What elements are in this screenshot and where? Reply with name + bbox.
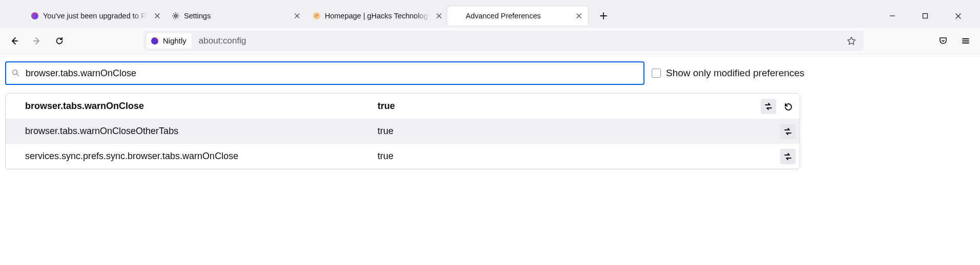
save-to-pocket-icon[interactable] xyxy=(934,32,952,50)
pref-name: browser.tabs.warnOnClose xyxy=(25,101,378,112)
close-window-button[interactable] xyxy=(946,6,970,26)
svg-point-5 xyxy=(13,70,17,74)
minimize-button[interactable] xyxy=(881,6,904,26)
pref-row[interactable]: browser.tabs.warnOnCloseOtherTabs true xyxy=(6,119,800,144)
pref-value: true xyxy=(378,151,780,162)
show-modified-checkbox[interactable]: Show only modified preferences xyxy=(652,68,804,79)
pref-search-input[interactable] xyxy=(26,68,638,79)
about-config-content: Show only modified preferences browser.t… xyxy=(0,54,980,173)
show-modified-label: Show only modified preferences xyxy=(666,68,804,79)
svg-rect-3 xyxy=(923,14,928,18)
blank-icon xyxy=(453,12,462,20)
ghacks-icon xyxy=(312,12,321,20)
close-icon[interactable] xyxy=(434,10,444,22)
close-icon[interactable] xyxy=(152,10,162,22)
pref-value: true xyxy=(378,101,761,112)
close-icon[interactable] xyxy=(573,10,585,22)
tab-1[interactable]: Settings xyxy=(165,6,306,26)
toggle-button[interactable] xyxy=(780,124,796,139)
tab-0[interactable]: You've just been upgraded to Firefox xyxy=(25,6,165,26)
maximize-button[interactable] xyxy=(913,6,937,26)
close-icon[interactable] xyxy=(291,10,303,22)
identity-label: Nightly xyxy=(163,36,186,45)
pref-name: browser.tabs.warnOnCloseOtherTabs xyxy=(25,126,378,137)
search-icon xyxy=(11,69,19,78)
new-tab-button[interactable] xyxy=(594,7,613,25)
pref-search-box[interactable] xyxy=(5,61,644,85)
nav-toolbar: Nightly about:config xyxy=(0,28,980,54)
back-button[interactable] xyxy=(5,32,24,50)
toggle-button[interactable] xyxy=(780,149,796,164)
url-text: about:config xyxy=(192,36,843,46)
bookmark-star-icon[interactable] xyxy=(843,32,860,50)
tab-title: Settings xyxy=(184,12,287,20)
pref-row[interactable]: browser.tabs.warnOnClose true xyxy=(6,94,800,119)
identity-chip[interactable]: Nightly xyxy=(147,33,192,49)
tab-3[interactable]: Advanced Preferences xyxy=(447,6,588,26)
checkbox-icon xyxy=(652,69,661,78)
nightly-icon xyxy=(151,37,159,45)
toggle-button[interactable] xyxy=(761,99,776,114)
firefox-icon xyxy=(31,12,39,20)
tab-title: You've just been upgraded to Firefox xyxy=(43,12,148,20)
tab-title: Homepage | gHacks Technology News xyxy=(325,12,430,20)
window-controls xyxy=(881,6,976,26)
pref-row[interactable]: services.sync.prefs.sync.browser.tabs.wa… xyxy=(6,144,800,169)
forward-button[interactable] xyxy=(28,32,46,50)
url-bar[interactable]: Nightly about:config xyxy=(143,31,863,51)
pref-name: services.sync.prefs.sync.browser.tabs.wa… xyxy=(25,151,378,162)
app-menu-icon[interactable] xyxy=(956,32,975,50)
reload-button[interactable] xyxy=(50,32,69,50)
svg-point-1 xyxy=(175,15,177,17)
gear-icon xyxy=(172,12,180,20)
tab-2[interactable]: Homepage | gHacks Technology News xyxy=(306,6,447,26)
pref-value: true xyxy=(378,126,780,137)
tab-title: Advanced Preferences xyxy=(466,12,569,20)
pref-results: browser.tabs.warnOnClose true browser.ta… xyxy=(5,93,800,169)
tab-bar: You've just been upgraded to Firefox Set… xyxy=(0,0,980,28)
reset-button[interactable] xyxy=(780,99,796,114)
